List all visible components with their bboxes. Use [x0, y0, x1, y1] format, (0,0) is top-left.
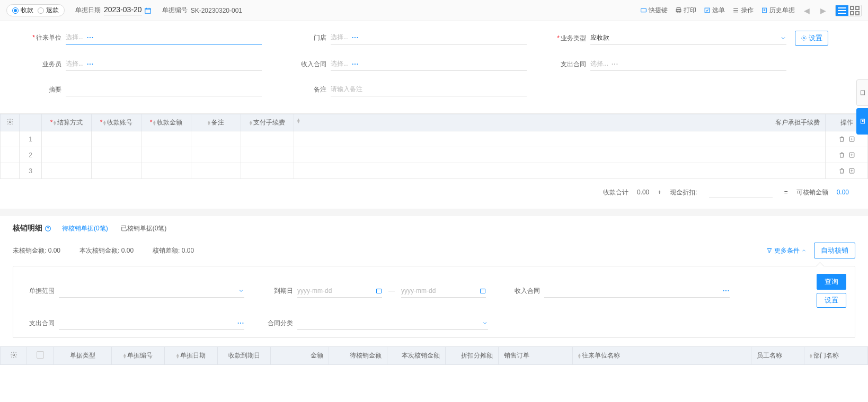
col-type[interactable]: 单据类型 — [54, 347, 112, 365]
more-conditions-button[interactable]: 更多条件 — [766, 246, 807, 255]
remark-input[interactable]: 请输入备注 — [331, 83, 527, 96]
col-account[interactable]: ▴▾收款账号 — [92, 114, 141, 131]
chevron-down-icon[interactable] — [238, 288, 244, 294]
svg-rect-17 — [377, 289, 382, 293]
col-settle[interactable]: ▴▾结算方式 — [42, 114, 92, 131]
more-icon[interactable]: ··· — [87, 34, 94, 41]
svg-rect-1 — [641, 8, 646, 12]
col-discount[interactable]: 折扣分摊额 — [446, 347, 499, 365]
operate-button[interactable]: 操作 — [732, 6, 754, 15]
delete-icon[interactable] — [838, 136, 845, 142]
form-area: 往来单位 选择...··· 门店 选择...··· 业务类型 应收款 设置 业务… — [0, 21, 868, 113]
col-checkbox[interactable] — [27, 347, 54, 365]
col-amount[interactable]: 金额 — [271, 347, 329, 365]
table-row[interactable]: 3 — [1, 163, 868, 179]
svg-rect-20 — [861, 91, 864, 95]
summary-input[interactable] — [66, 83, 262, 96]
chevron-down-icon[interactable] — [482, 320, 488, 326]
view-list-icon[interactable] — [836, 5, 848, 16]
col-dept[interactable]: ▴▾部门名称 — [804, 347, 868, 365]
grid2-gear-icon[interactable] — [1, 347, 27, 365]
store-input[interactable]: 选择...··· — [331, 31, 527, 44]
date-value[interactable]: 2023-03-20 — [104, 5, 142, 15]
table-row[interactable]: 2 — [1, 147, 868, 163]
select-bill-button[interactable]: 选单 — [704, 6, 725, 15]
add-icon[interactable] — [848, 136, 855, 142]
more-icon[interactable]: ··· — [612, 60, 618, 68]
income-contract-input[interactable]: 选择...··· — [331, 57, 527, 71]
add-icon[interactable] — [848, 151, 855, 158]
discount-input[interactable] — [709, 186, 773, 198]
biz-type-input[interactable]: 应收款 — [590, 31, 786, 45]
svg-rect-18 — [481, 289, 485, 293]
tab-done[interactable]: 已核销单据(0笔) — [121, 224, 167, 233]
more-icon[interactable]: ··· — [237, 319, 244, 327]
receipt-refund-toggle[interactable]: 收款 退款 — [6, 4, 65, 16]
biz-type-label: 业务类型 — [537, 34, 590, 43]
grid-gear-icon[interactable] — [1, 114, 20, 131]
add-icon[interactable] — [848, 167, 855, 174]
col-amount[interactable]: ▴▾收款金额 — [141, 114, 191, 131]
due-from-input[interactable]: yyyy-mm-dd — [297, 284, 382, 298]
due-to-input[interactable]: yyyy-mm-dd — [401, 284, 486, 298]
contract-type-label: 合同分类 — [260, 319, 297, 328]
calendar-icon[interactable] — [144, 7, 152, 14]
more-icon[interactable]: ··· — [87, 60, 94, 68]
shortcut-button[interactable]: 快捷键 — [640, 6, 668, 15]
chevron-up-icon — [801, 248, 807, 253]
prev-arrow-icon[interactable]: ◀ — [802, 6, 811, 15]
delete-icon[interactable] — [838, 151, 845, 158]
calendar-icon[interactable] — [376, 288, 382, 294]
expense-contract-label: 支出合同 — [537, 60, 590, 69]
col-pending[interactable]: 待核销金额 — [329, 347, 387, 365]
more-icon[interactable]: ··· — [723, 287, 730, 294]
tab-pending[interactable]: 待核销单据(0笔) — [62, 224, 108, 233]
col-this[interactable]: 本次核销金额 — [387, 347, 446, 365]
col-date[interactable]: ▴▾单据日期 — [165, 347, 218, 365]
writeoff-amount-value: 0.00 — [837, 189, 849, 196]
history-button[interactable]: 历史单据 — [761, 6, 795, 15]
expense-contract-input[interactable]: 选择...··· — [590, 57, 786, 71]
range-input[interactable] — [59, 284, 244, 298]
col-number[interactable]: ▴▾单据编号 — [112, 347, 165, 365]
discount-label: 现金折扣: — [670, 188, 697, 197]
col-emp[interactable]: 员工名称 — [751, 347, 804, 365]
col-customer-fee[interactable]: ▴▾客户承担手续费 — [294, 114, 826, 131]
col-fee[interactable]: ▴▾支付手续费 — [241, 114, 294, 131]
delete-icon[interactable] — [838, 167, 845, 174]
help-icon[interactable] — [45, 225, 51, 232]
col-remark[interactable]: ▴▾备注 — [191, 114, 241, 131]
radio-receipt[interactable]: 收款 — [12, 6, 33, 15]
partner-input[interactable]: 选择...··· — [66, 31, 262, 44]
query-button[interactable]: 查询 — [817, 274, 846, 290]
calendar-icon[interactable] — [480, 288, 486, 294]
col-sales[interactable]: 销售订单 — [499, 347, 573, 365]
total-value: 0.00 — [637, 189, 649, 196]
summary-bar: 收款合计 0.00 + 现金折扣: = 可核销金额 0.00 — [0, 179, 868, 209]
writeoff-stats: 未核销金额: 0.00 本次核销金额: 0.00 核销差额: 0.00 更多条件… — [0, 238, 868, 266]
contract-type-filter[interactable] — [297, 316, 488, 330]
income-contract-filter[interactable]: ··· — [544, 284, 730, 298]
col-due[interactable]: 收款到期日 — [218, 347, 271, 365]
expense-contract-filter[interactable]: ··· — [59, 316, 244, 330]
side-tab-2[interactable] — [856, 108, 868, 135]
number-value: SK-20230320-001 — [191, 7, 242, 14]
col-partner[interactable]: ▴▾往来单位名称 — [573, 347, 751, 365]
number-label: 单据编号 — [162, 6, 188, 15]
topbar: 收款 退款 单据日期 2023-03-20 单据编号 SK-20230320-0… — [0, 0, 868, 21]
chevron-down-icon[interactable] — [780, 35, 786, 41]
side-tab-1[interactable] — [856, 79, 868, 106]
form-settings-button[interactable]: 设置 — [795, 31, 828, 46]
total-label: 收款合计 — [603, 188, 628, 197]
salesman-input[interactable]: 选择...··· — [66, 57, 262, 71]
table-row[interactable]: 1 — [1, 131, 868, 147]
more-icon[interactable]: ··· — [352, 60, 359, 68]
view-grid-icon[interactable] — [848, 5, 861, 16]
auto-writeoff-button[interactable]: 自动核销 — [814, 243, 855, 258]
radio-refund[interactable]: 退款 — [38, 6, 59, 15]
next-arrow-icon[interactable]: ▶ — [819, 6, 828, 15]
print-button[interactable]: 打印 — [675, 6, 696, 15]
partner-label: 往来单位 — [13, 33, 66, 42]
more-icon[interactable]: ··· — [352, 34, 359, 41]
filter-settings-button[interactable]: 设置 — [817, 293, 846, 308]
